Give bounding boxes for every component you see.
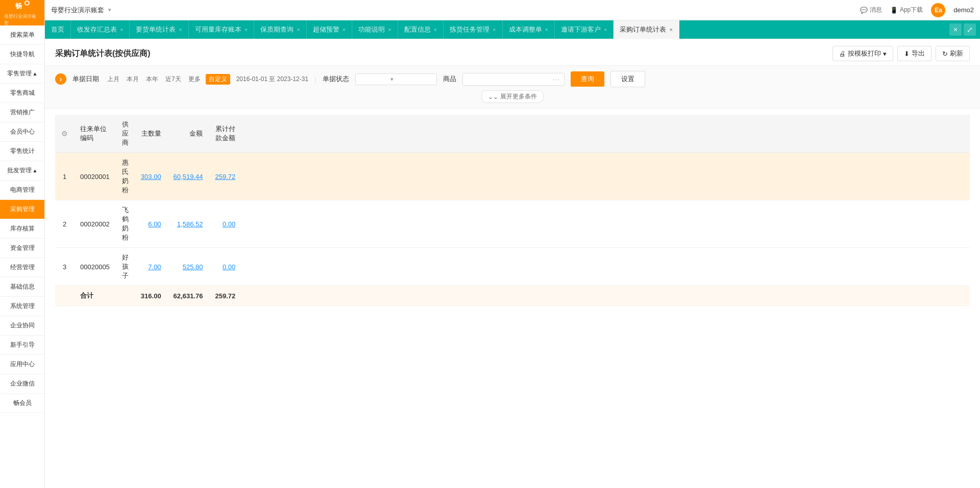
cell-amount[interactable]: 525.80 (167, 248, 209, 286)
table-footer-row: 合计 316.00 62,631.76 259.72 (55, 286, 970, 306)
tab-config-info[interactable]: 配置信息× (398, 20, 444, 39)
cell-amount-link[interactable]: 1,586.52 (177, 220, 203, 228)
app-download-btn[interactable]: 📱 App下载 (890, 6, 923, 14)
tab-close-all-btn[interactable]: × (949, 23, 962, 36)
sidebar-item-marketing[interactable]: 营销推广 (0, 103, 44, 122)
tab-cost-adjust[interactable]: 成本调整单× (503, 20, 555, 39)
sidebar-item-ecom[interactable]: 电商管理 (0, 181, 44, 200)
cell-paid-link[interactable]: 0.00 (223, 220, 235, 228)
cell-paid-link[interactable]: 259.72 (215, 173, 235, 181)
tab-close-avail-stock[interactable]: × (244, 27, 248, 33)
cell-idx: 3 (55, 248, 74, 286)
date-shortcut-4[interactable]: 更多 (186, 74, 203, 85)
tab-close-receive-summary[interactable]: × (120, 27, 123, 33)
cell-amount-link[interactable]: 60,519.44 (174, 173, 203, 181)
cell-qty-link[interactable]: 6.00 (148, 220, 161, 228)
tab-invite-downstream[interactable]: 邀请下游客户× (555, 20, 614, 39)
date-shortcut-2[interactable]: 本年 (144, 74, 160, 85)
tab-func-help[interactable]: 功能说明× (352, 20, 398, 39)
cell-paid-link[interactable]: 0.00 (223, 263, 235, 271)
filter-area: › 单据日期 上月本月本年近7天更多自定义 2016-01-01 至 2023-… (45, 66, 980, 109)
date-custom-badge[interactable]: 自定义 (206, 74, 230, 85)
tab-receive-summary[interactable]: 收发存汇总表× (71, 20, 130, 39)
table-row: 200020002飞鹤奶粉6.001,586.520.00 (55, 200, 970, 248)
status-select[interactable]: ▾ (355, 73, 437, 85)
sidebar-item-operation[interactable]: 经营管理 (0, 258, 44, 277)
expand-more-button[interactable]: ⌄⌄ 展开更多条件 (481, 90, 544, 103)
sidebar-item-newbie[interactable]: 新手引导 (0, 336, 44, 355)
cell-paid[interactable]: 0.00 (209, 200, 241, 248)
cell-paid[interactable]: 259.72 (209, 153, 241, 200)
sidebar-item-collab[interactable]: 企业协同 (0, 316, 44, 336)
sidebar-item-retail-stat[interactable]: 零售统计 (0, 142, 44, 161)
refresh-button[interactable]: ↻ 刷新 (936, 46, 970, 61)
tab-shelf-life[interactable]: 保质期查询× (254, 20, 306, 39)
avatar-text: Ea (935, 7, 942, 14)
sidebar-item-retail[interactable]: 零售管理▲ (0, 64, 44, 84)
tab-close-config-info[interactable]: × (434, 27, 437, 33)
tab-home[interactable]: 首页 (45, 20, 71, 39)
sidebar-item-finance[interactable]: 资金管理 (0, 239, 44, 258)
tab-purchase-stat[interactable]: 采购订单统计表× (614, 20, 679, 39)
tab-pick-task[interactable]: 拣货任务管理× (444, 20, 502, 39)
export-button[interactable]: ⬇ 导出 (897, 46, 932, 61)
username-label[interactable]: demo2 (953, 6, 974, 14)
tab-expand-btn[interactable]: ⤢ (964, 23, 976, 36)
sidebar-item-vip[interactable]: 畅会员 (0, 394, 44, 413)
tab-over-stock[interactable]: 超储预警× (307, 20, 352, 39)
cell-qty[interactable]: 303.00 (135, 153, 167, 200)
svg-text:畅: 畅 (15, 2, 22, 10)
tab-close-invite-downstream[interactable]: × (604, 27, 607, 33)
date-range-display: 2016-01-01 至 2023-12-31 (236, 75, 308, 84)
sidebar-item-search[interactable]: 搜索菜单 (0, 25, 44, 45)
sidebar-item-system[interactable]: 系统管理 (0, 297, 44, 316)
tab-close-func-help[interactable]: × (388, 27, 391, 33)
footer-paid: 259.72 (209, 286, 241, 306)
tabbar: 首页收发存汇总表×要货单统计表×可用量库存账本×保质期查询×超储预警×功能说明×… (45, 20, 980, 39)
tab-close-pick-task[interactable]: × (493, 27, 496, 33)
sidebar-item-shortcut[interactable]: 快捷导航 (0, 45, 44, 64)
cell-amount[interactable]: 1,586.52 (167, 200, 209, 248)
date-shortcut-0[interactable]: 上月 (105, 74, 121, 85)
topbar-dropdown-icon[interactable]: ▾ (108, 7, 111, 13)
table-row: 100020001惠氏奶粉303.0060,519.44259.72 (55, 153, 970, 200)
cell-qty-link[interactable]: 7.00 (148, 263, 161, 271)
sidebar-item-wholesale[interactable]: 批发管理▲ (0, 161, 44, 181)
tab-close-over-stock[interactable]: × (342, 27, 346, 33)
status-filter-label: 单据状态 (323, 74, 349, 84)
goods-input[interactable]: ··· (462, 73, 565, 86)
tab-close-cost-adjust[interactable]: × (545, 27, 548, 33)
table-header-row: ⚙ 往来单位编码 供应商 主数量 金额 累计付款金额 (55, 115, 970, 153)
sidebar-item-basic[interactable]: 基础信息 (0, 277, 44, 297)
tab-avail-stock[interactable]: 可用量库存账本× (189, 20, 254, 39)
export-icon: ⬇ (904, 50, 910, 58)
sidebar-item-inventory[interactable]: 库存核算 (0, 219, 44, 239)
cell-qty-link[interactable]: 303.00 (141, 173, 161, 181)
settings-button[interactable]: 设置 (610, 71, 645, 87)
sidebar-item-mall[interactable]: 零售商城 (0, 84, 44, 103)
date-shortcut-1[interactable]: 本月 (125, 74, 141, 85)
print-button[interactable]: 🖨 按模板打印 ▾ (832, 46, 893, 61)
tab-close-shelf-life[interactable]: × (297, 27, 300, 33)
query-button[interactable]: 查询 (571, 71, 604, 87)
cell-qty[interactable]: 6.00 (135, 200, 167, 248)
message-btn[interactable]: 💬 消息 (860, 6, 882, 14)
tab-close-purchase-stat[interactable]: × (669, 27, 672, 33)
sidebar-item-purchase[interactable]: 采购管理 (0, 200, 44, 219)
date-shortcut-3[interactable]: 近7天 (163, 74, 183, 85)
cell-amount[interactable]: 60,519.44 (167, 153, 209, 200)
sidebar-item-wechat[interactable]: 企业微信 (0, 374, 44, 394)
cell-qty[interactable]: 7.00 (135, 248, 167, 286)
tab-goods-stat[interactable]: 要货单统计表× (130, 20, 188, 39)
table-settings-icon[interactable]: ⚙ (61, 130, 68, 138)
sidebar-item-member[interactable]: 会员中心 (0, 122, 44, 142)
app-icon: 📱 (890, 7, 898, 14)
sidebar-item-appcenter[interactable]: 应用中心 (0, 355, 44, 374)
cell-amount-link[interactable]: 525.80 (183, 263, 203, 271)
status-select-arrow-icon: ▾ (390, 76, 394, 83)
cell-code: 00020005 (74, 248, 116, 286)
cell-paid[interactable]: 0.00 (209, 248, 241, 286)
tab-close-goods-stat[interactable]: × (179, 27, 182, 33)
print-label: 按模板打印 (848, 49, 881, 58)
filter-toggle-btn[interactable]: › (55, 73, 66, 85)
